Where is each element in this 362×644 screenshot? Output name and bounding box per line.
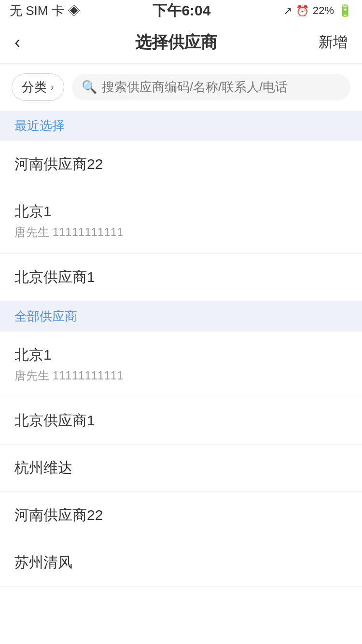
sections-container: 最近选择河南供应商22北京1唐先生 11111111111北京供应商1全部供应商… [0,111,362,587]
status-time: 下午6:04 [153,1,210,21]
back-button[interactable]: ‹ [14,32,43,53]
list-item-0-1[interactable]: 北京1唐先生 11111111111 [0,188,362,254]
location-icon [283,4,292,17]
item-name: 河南供应商22 [14,505,348,525]
add-button[interactable]: 新增 [309,32,348,52]
sim-label: 无 SIM 卡 ◈ [10,2,80,19]
nav-bar: ‹ 选择供应商 新增 [0,21,362,64]
list-item-1-1[interactable]: 北京供应商1 [0,397,362,445]
item-sub: 唐先生 11111111111 [14,368,348,383]
item-name: 北京供应商1 [14,267,348,287]
list-item-0-0[interactable]: 河南供应商22 [0,141,362,188]
page-title: 选择供应商 [135,31,217,54]
item-name: 杭州维达 [14,458,348,478]
item-sub: 唐先生 11111111111 [14,224,348,240]
battery-label: 22% [313,4,334,17]
chevron-right-icon: › [51,82,54,93]
list-item-1-0[interactable]: 北京1唐先生 11111111111 [0,332,362,397]
status-left: 无 SIM 卡 ◈ [10,2,80,19]
item-name: 北京供应商1 [14,411,348,431]
search-box[interactable]: 🔍 [72,74,350,100]
item-name: 北京1 [14,345,348,365]
item-name: 河南供应商22 [14,154,348,174]
list-item-1-2[interactable]: 杭州维达 [0,445,362,492]
list-item-0-2[interactable]: 北京供应商1 [0,254,362,301]
status-right: 22% 🔋 [283,4,352,17]
category-label: 分类 [22,79,47,96]
search-icon: 🔍 [82,80,97,95]
clock-icon [296,4,309,17]
battery-icon: 🔋 [338,4,352,17]
search-input[interactable] [102,80,341,95]
category-button[interactable]: 分类 › [12,73,64,101]
status-bar: 无 SIM 卡 ◈ 下午6:04 22% 🔋 [0,0,362,21]
section-header-1: 全部供应商 [0,301,362,332]
item-name: 北京1 [14,202,348,222]
filter-bar: 分类 › 🔍 [0,64,362,111]
list-item-1-4[interactable]: 苏州清风 [0,539,362,587]
list-item-1-3[interactable]: 河南供应商22 [0,492,362,539]
section-header-0: 最近选择 [0,111,362,141]
item-name: 苏州清风 [14,553,348,573]
